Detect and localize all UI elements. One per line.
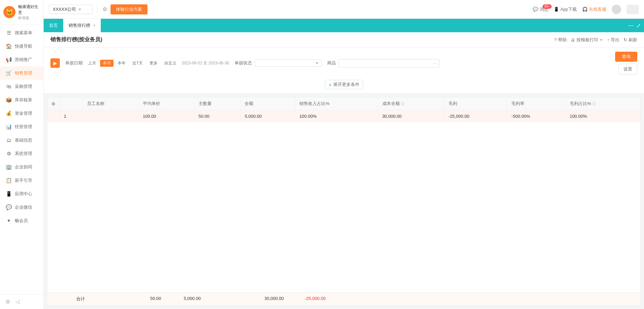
date-range-display: 2023-06-01 至 2023-06-30 [182, 60, 229, 66]
goods-filter-label: 商品 [327, 60, 336, 66]
table-settings-button[interactable]: 设置 [618, 64, 637, 74]
sidebar-item-quicknav[interactable]: 🏠 快捷导航 [0, 40, 43, 53]
date-more[interactable]: 更多 [147, 60, 160, 67]
topbar-settings-icon[interactable]: ⚙ [102, 6, 107, 12]
sidebar-item-label: 企业微信 [15, 204, 32, 210]
print-icon: 🖨 [571, 37, 575, 42]
footer-cost: 30,000.00 [260, 296, 301, 302]
refresh-button[interactable]: ↻ 刷新 [624, 37, 637, 43]
footer-avg-price [113, 296, 146, 302]
expand-more-button[interactable]: ∨ 展开更多条件 [325, 80, 363, 89]
finance-icon: 💰 [5, 110, 12, 117]
export-icon: ↑ [607, 37, 610, 42]
row-total: 5,000.00 [241, 110, 295, 122]
date-last7days[interactable]: 近7天 [130, 60, 145, 67]
sidebar-item-label: 系统管理 [15, 151, 32, 157]
tab-sales-ranking[interactable]: 销售排行榜 × [63, 19, 101, 32]
main-area: XXXXX公司 ▼ ⚙ 体验行业方案 💬 消息 99+ 📱 App下载 🎧 在线… [44, 0, 644, 309]
sidebar-item-sales[interactable]: 🛒 销售管理 [0, 66, 43, 80]
cost-info-icon[interactable]: ⓘ [401, 102, 404, 106]
help-button[interactable]: ? 帮助 [554, 37, 566, 43]
sidebar-item-finance[interactable]: 💰 资金管理 [0, 107, 43, 120]
more-icon: ··· [433, 61, 436, 66]
help-label: 帮助 [558, 37, 567, 43]
tab-right-actions: — ⤢ [628, 22, 644, 29]
sidebar-logo: 🐱 畅康通好生意 标准版 [0, 0, 43, 25]
sidebar-item-coop[interactable]: 🏢 企业协同 [0, 160, 43, 174]
sidebar-item-label: 新手引导 [15, 177, 32, 184]
sidebar-item-label: 采购管理 [15, 84, 32, 90]
status-filter-group: 单据状态 ▼ [234, 59, 322, 67]
sidebar-footer: ⚙ ◁ [0, 294, 43, 309]
app-download-button[interactable]: 📱 App下载 [554, 6, 577, 12]
filter-toggle-arrow[interactable]: ▶ [50, 58, 60, 68]
home-tab-label: 首页 [49, 22, 58, 29]
marketing-icon: 📢 [5, 56, 12, 63]
sidebar-item-label: 经营管理 [15, 124, 32, 130]
row-cost: 30,000.00 [378, 110, 444, 122]
footer-settings-col [51, 296, 62, 302]
row-rank: 1 [60, 110, 83, 122]
vip-icon: ✦ [5, 217, 12, 224]
col-rank [60, 97, 83, 110]
sidebar-item-purchase[interactable]: 🛍 采购管理 [0, 80, 43, 93]
online-service-button[interactable]: 🎧 在线客服 [582, 6, 606, 12]
export-button[interactable]: ↑ 导出 [607, 37, 620, 43]
sidebar-settings-icon[interactable]: ⚙ [5, 299, 10, 305]
inventory-icon: 📦 [5, 97, 12, 103]
page-content: 销售排行榜(按业务员) ? 帮助 🖨 按模板打印 ▼ ↑ 导出 ↻ 刷新 [44, 32, 644, 309]
sidebar-item-wechat[interactable]: 💬 企业微信 [0, 201, 43, 214]
sidebar-item-apps[interactable]: 📱 应用中心 [0, 187, 43, 201]
sidebar-item-label: 基础信息 [15, 137, 32, 143]
chevron-down-icon: ∨ [329, 82, 332, 87]
date-custom[interactable]: 自定义 [162, 60, 179, 67]
sidebar-item-label: 快捷导航 [15, 43, 32, 49]
sidebar-item-inventory[interactable]: 📦 库存核算 [0, 93, 43, 107]
sidebar-item-basicinfo[interactable]: 🗂 基础信息 [0, 134, 43, 147]
sidebar-collapse-icon[interactable]: ◁ [15, 299, 19, 305]
gross-pct-info-icon[interactable]: ⓘ [592, 102, 596, 106]
trial-button[interactable]: 体验行业方案 [111, 4, 147, 14]
message-button[interactable]: 💬 消息 99+ [533, 6, 548, 12]
date-options: 上月 本月 本年 近7天 更多 自定义 [85, 60, 179, 67]
sidebar-item-vip[interactable]: ✦ 畅会员 [0, 214, 43, 227]
company-selector[interactable]: XXXXX公司 ▼ [49, 5, 93, 14]
wechat-icon: 💬 [5, 204, 12, 211]
tab-home[interactable]: 首页 [44, 19, 63, 32]
sidebar-item-label: 营销推广 [15, 57, 32, 63]
goods-input[interactable]: ··· [339, 59, 439, 67]
query-button[interactable]: 查询 [615, 52, 637, 62]
sidebar-item-label: 畅会员 [15, 218, 28, 224]
logo-icon: 🐱 [3, 6, 15, 18]
footer-sales-pct [220, 296, 260, 302]
guide-icon: 📋 [5, 177, 12, 184]
tabbar: 首页 销售排行榜 × — ⤢ [44, 19, 644, 32]
tab-expand-icon[interactable]: ⤢ [636, 22, 641, 29]
date-this-month[interactable]: 本月 [100, 60, 114, 67]
date-this-year[interactable]: 本年 [115, 60, 128, 67]
row-gross-pct: 100.00% [565, 110, 640, 122]
basicinfo-icon: 🗂 [5, 137, 12, 144]
tab-minimize-icon[interactable]: — [628, 22, 634, 29]
footer-rank-col [62, 296, 72, 302]
message-icon: 💬 [533, 7, 538, 12]
sidebar-item-operations[interactable]: 📊 经营管理 [0, 120, 43, 134]
tab-close-icon[interactable]: × [93, 23, 95, 28]
footer-total: 5,000.00 [180, 296, 220, 302]
sidebar-item-label: 资金管理 [15, 110, 32, 116]
user-avatar[interactable] [612, 5, 621, 14]
status-select[interactable]: ▼ [255, 59, 322, 67]
apps-icon: 📱 [5, 191, 12, 197]
sidebar-item-system[interactable]: ⚙ 系统管理 [0, 147, 43, 160]
sidebar-item-marketing[interactable]: 📢 营销推广 [0, 53, 43, 66]
sidebar-item-guide[interactable]: 📋 新手引导 [0, 174, 43, 187]
filter-area: ▶ 单据日期 上月 本月 本年 近7天 更多 自定义 2023-06-01 至 … [44, 48, 644, 94]
date-prev-month[interactable]: 上月 [85, 60, 99, 67]
print-button[interactable]: 🖨 按模板打印 ▼ [571, 37, 603, 43]
col-quantity: 主数量 [194, 97, 241, 110]
filter-action-buttons: 查询 设置 [615, 52, 637, 74]
sidebar-item-search[interactable]: ☰ 搜索菜单 [0, 26, 43, 40]
gross-pct-label: 毛利占比% [570, 101, 591, 106]
sidebar-menu: ☰ 搜索菜单 🏠 快捷导航 📢 营销推广 🛒 销售管理 🛍 采购管理 📦 库存核… [0, 25, 43, 294]
row-sales-pct: 100.00% [295, 110, 378, 122]
